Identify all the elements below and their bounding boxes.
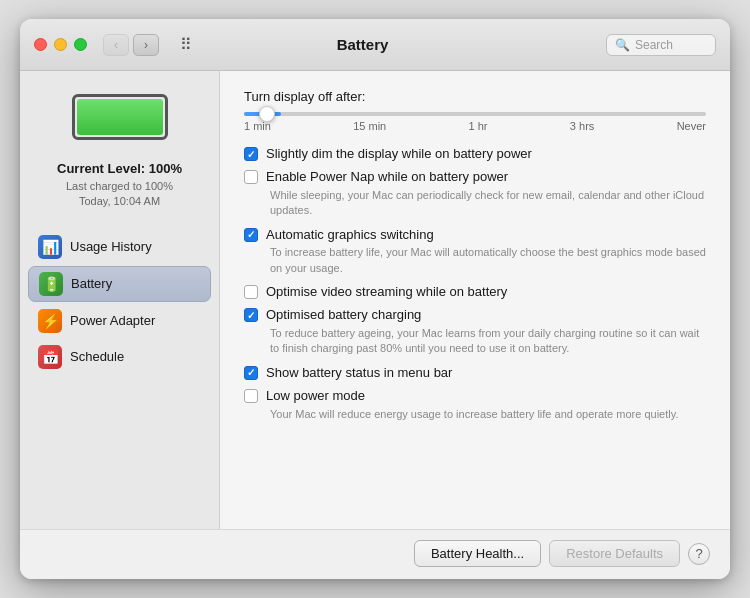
option-row-optimised-charging: Optimised battery charging [244, 307, 706, 324]
option-row-low-power: Low power mode [244, 388, 706, 405]
option-desc-optimised-charging: To reduce battery ageing, your Mac learn… [270, 326, 706, 357]
sidebar-item-schedule[interactable]: 📅 Schedule [28, 340, 211, 374]
checkbox-video-streaming[interactable] [244, 285, 258, 299]
checkbox-dim-display[interactable] [244, 147, 258, 161]
option-label-low-power: Low power mode [266, 388, 365, 405]
sidebar-item-battery[interactable]: 🔋 Battery [28, 266, 211, 302]
window-title: Battery [129, 36, 596, 53]
option-label-power-nap: Enable Power Nap while on battery power [266, 169, 508, 186]
last-charged-text: Last charged to 100% Today, 10:04 AM [66, 179, 173, 210]
slider-label-15min: 15 min [353, 120, 386, 132]
sidebar-item-usage-history[interactable]: 📊 Usage History [28, 230, 211, 264]
sidebar-item-label: Usage History [70, 239, 152, 254]
schedule-icon: 📅 [38, 345, 62, 369]
slider-label-1hr: 1 hr [469, 120, 488, 132]
restore-defaults-button[interactable]: Restore Defaults [549, 540, 680, 567]
sidebar-item-label: Schedule [70, 349, 124, 364]
power-adapter-icon: ⚡ [38, 309, 62, 333]
option-label-video-streaming: Optimise video streaming while on batter… [266, 284, 507, 301]
main-content: Turn display off after: 1 min 15 min 1 h… [220, 71, 730, 529]
option-label-auto-graphics: Automatic graphics switching [266, 227, 434, 244]
option-desc-power-nap: While sleeping, your Mac can periodicall… [270, 188, 706, 219]
close-button[interactable] [34, 38, 47, 51]
display-off-label: Turn display off after: [244, 89, 706, 104]
option-label-dim-display: Slightly dim the display while on batter… [266, 146, 532, 163]
battery-fill [77, 99, 163, 135]
option-row-auto-graphics: Automatic graphics switching [244, 227, 706, 244]
battery-body [72, 94, 168, 140]
footer: Battery Health... Restore Defaults ? [20, 529, 730, 579]
option-row-show-menu-bar: Show battery status in menu bar [244, 365, 706, 382]
option-row-dim-display: Slightly dim the display while on batter… [244, 146, 706, 163]
minimize-button[interactable] [54, 38, 67, 51]
search-box[interactable]: 🔍 [606, 34, 716, 56]
slider-labels: 1 min 15 min 1 hr 3 hrs Never [244, 120, 706, 132]
back-button[interactable]: ‹ [103, 34, 129, 56]
sidebar-item-label: Power Adapter [70, 313, 155, 328]
slider-thumb[interactable] [259, 106, 275, 122]
current-level-text: Current Level: 100% [57, 161, 182, 176]
search-input[interactable] [635, 38, 715, 52]
checkbox-optimised-charging[interactable] [244, 308, 258, 322]
fullscreen-button[interactable] [74, 38, 87, 51]
battery-icon-container [65, 87, 175, 147]
titlebar: ‹ › ⠿ Battery 🔍 [20, 19, 730, 71]
option-row-video-streaming: Optimise video streaming while on batter… [244, 284, 706, 301]
search-icon: 🔍 [615, 38, 630, 52]
content-area: Current Level: 100% Last charged to 100%… [20, 71, 730, 529]
option-label-show-menu-bar: Show battery status in menu bar [266, 365, 452, 382]
help-button[interactable]: ? [688, 543, 710, 565]
sidebar-item-power-adapter[interactable]: ⚡ Power Adapter [28, 304, 211, 338]
main-window: ‹ › ⠿ Battery 🔍 Current Level: 100% Last… [20, 19, 730, 579]
slider-container: 1 min 15 min 1 hr 3 hrs Never [244, 112, 706, 132]
sidebar-items: 📊 Usage History 🔋 Battery ⚡ Power Adapte… [28, 230, 211, 374]
checkbox-auto-graphics[interactable] [244, 228, 258, 242]
option-label-optimised-charging: Optimised battery charging [266, 307, 421, 324]
battery-health-button[interactable]: Battery Health... [414, 540, 541, 567]
traffic-lights [34, 38, 87, 51]
checkbox-low-power[interactable] [244, 389, 258, 403]
option-desc-low-power: Your Mac will reduce energy usage to inc… [270, 407, 706, 422]
checkbox-power-nap[interactable] [244, 170, 258, 184]
checkbox-show-menu-bar[interactable] [244, 366, 258, 380]
option-desc-auto-graphics: To increase battery life, your Mac will … [270, 245, 706, 276]
slider-track [244, 112, 706, 116]
usage-history-icon: 📊 [38, 235, 62, 259]
battery-icon: 🔋 [39, 272, 63, 296]
slider-label-3hrs: 3 hrs [570, 120, 594, 132]
sidebar-item-label: Battery [71, 276, 112, 291]
option-row-power-nap: Enable Power Nap while on battery power [244, 169, 706, 186]
slider-label-never: Never [677, 120, 706, 132]
sidebar: Current Level: 100% Last charged to 100%… [20, 71, 220, 529]
